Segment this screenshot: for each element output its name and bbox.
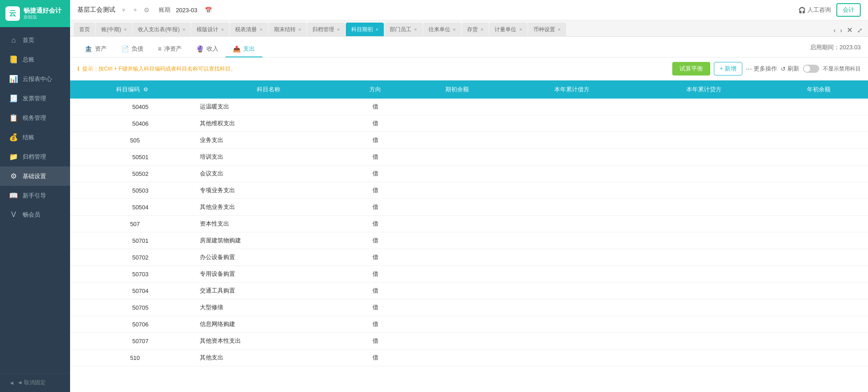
period-info-label: 启用期间：2023.03: [810, 44, 861, 51]
sub-tab-liability[interactable]: 📄 负债: [114, 41, 151, 57]
tab-close-6[interactable]: ×: [337, 27, 340, 32]
sub-tab-asset[interactable]: 🏦 资产: [77, 41, 114, 57]
add-tab-icon[interactable]: ＋: [132, 6, 138, 14]
tab-close-3[interactable]: ×: [221, 27, 224, 32]
table-row: 50706 信息网络购建 借: [70, 316, 868, 333]
calendar-icon[interactable]: 📅: [205, 7, 212, 14]
headset-icon: 🎧: [798, 7, 806, 14]
tab-close-5[interactable]: ×: [298, 27, 301, 32]
sub-tab-expense[interactable]: 📤 支出: [226, 41, 262, 57]
cell-ytd-credit-10: [638, 266, 770, 283]
cell-ytd-credit-12: [638, 299, 770, 316]
tab-close-2[interactable]: ×: [182, 27, 185, 32]
tab-1[interactable]: 账(中期)×: [96, 23, 132, 36]
tab-expand-btn[interactable]: ⤢: [855, 25, 864, 36]
tab-close-1[interactable]: ×: [124, 27, 127, 32]
service-button[interactable]: 🎧 人工咨询: [798, 6, 831, 14]
cell-ytd-debit-3: [506, 149, 638, 165]
tab-4[interactable]: 税表清册×: [230, 23, 268, 36]
col-settings-icon[interactable]: ⚙: [143, 86, 148, 93]
sidebar-item-settings[interactable]: ⚙ 基础设置: [0, 166, 70, 186]
tab-7[interactable]: 科目期初×: [346, 23, 384, 36]
cell-year-opening-13: [770, 316, 868, 333]
tab-0[interactable]: 首页: [74, 23, 95, 36]
tab-close-10[interactable]: ×: [481, 27, 483, 32]
cell-ytd-debit-14: [506, 333, 638, 349]
tab-close-9[interactable]: ×: [453, 27, 456, 32]
tab-bar: 首页账(中期)×收入支出表(年报)×模版设计×税表清册×期末结转×归档管理×科目…: [70, 20, 868, 37]
cell-name-2: 业务支出: [194, 132, 343, 149]
tab-11[interactable]: 计量单位×: [489, 23, 527, 36]
tab-12[interactable]: 币种设置×: [528, 23, 566, 36]
cell-code-8: 50701: [70, 232, 194, 249]
collapse-label: ◄ 取消固定: [17, 379, 46, 387]
tab-9[interactable]: 往来单位×: [423, 23, 461, 36]
cell-code-7: 507: [70, 216, 194, 232]
collapse-icon: ◄: [9, 380, 14, 386]
refresh-btn[interactable]: ↺ 刷新: [781, 65, 799, 73]
sidebar-item-ledger[interactable]: 📒 总账: [0, 50, 70, 69]
cell-name-4: 会议支出: [194, 165, 343, 182]
sidebar-item-home[interactable]: ⌂ 首页: [0, 31, 70, 50]
subjects-table: 科目编码 ⚙ 科目名称 方向 期初余额 本年累计借方 本年累计贷方 年初余额 5…: [70, 80, 868, 366]
cell-direction-0: 借: [343, 99, 408, 115]
tab-label-0: 首页: [79, 26, 90, 33]
cell-year-opening-8: [770, 232, 868, 249]
tab-close-all-btn[interactable]: ✕: [845, 24, 854, 36]
more-icon: ⋯: [746, 66, 752, 72]
sidebar-label-home: 首页: [23, 36, 34, 44]
tab-label-5: 期末结转: [274, 26, 296, 33]
sidebar-item-reports[interactable]: 📊 云报表中心: [0, 69, 70, 89]
settings-icon[interactable]: ⚙: [144, 6, 150, 14]
tab-3[interactable]: 模版设计×: [191, 23, 229, 36]
tab-2[interactable]: 收入支出表(年报)×: [132, 23, 190, 36]
more-btn[interactable]: ⋯ 更多操作: [746, 65, 777, 73]
tab-close-7[interactable]: ×: [376, 27, 378, 32]
tip-box: ℹ 提示：按Ctrl + F键并输入科目编码或者科目名称可以查找科目。: [77, 65, 236, 73]
cell-year-opening-11: [770, 283, 868, 299]
cell-opening-2: [408, 132, 506, 149]
cell-ytd-debit-11: [506, 283, 638, 299]
tab-close-8[interactable]: ×: [414, 27, 417, 32]
cell-direction-8: 借: [343, 232, 408, 249]
sidebar-collapse-btn[interactable]: ◄ ◄ 取消固定: [0, 373, 70, 392]
sidebar-item-member[interactable]: V 畅会员: [0, 205, 70, 224]
company-name: 基层工会测试: [77, 6, 115, 14]
calc-balance-btn[interactable]: 试算平衡: [672, 62, 710, 76]
tab-10[interactable]: 存货×: [462, 23, 489, 36]
account-button[interactable]: 会计: [836, 3, 861, 17]
sub-tab-equity[interactable]: ≡ 净资产: [151, 41, 189, 57]
income-subtab-icon: 🔮: [196, 45, 204, 52]
sidebar-label-invoice: 发票管理: [23, 94, 46, 103]
sidebar-item-tax[interactable]: 📋 税务管理: [0, 108, 70, 128]
tab-8[interactable]: 部门员工×: [384, 23, 422, 36]
table-row: 50503 专项业务支出 借: [70, 182, 868, 199]
cell-ytd-debit-13: [506, 316, 638, 333]
settings-icon: ⚙: [9, 172, 18, 180]
sidebar-item-guide[interactable]: 📖 新手引导: [0, 186, 70, 205]
cell-ytd-credit-5: [638, 182, 770, 199]
tab-close-4[interactable]: ×: [259, 27, 262, 32]
sidebar-item-invoice[interactable]: 🧾 发票管理: [0, 89, 70, 108]
cell-name-14: 其他资本性支出: [194, 333, 343, 349]
sidebar-label-archive: 归档管理: [23, 153, 46, 161]
tab-6[interactable]: 归档管理×: [307, 23, 345, 36]
col-year-opening: 年初余额: [770, 80, 868, 99]
sidebar-item-archive[interactable]: 📁 归档管理: [0, 147, 70, 166]
cell-ytd-debit-2: [506, 132, 638, 149]
tab-close-11[interactable]: ×: [519, 27, 522, 32]
disable-toggle[interactable]: [803, 65, 819, 73]
tab-label-4: 税表清册: [235, 26, 257, 33]
tab-next-btn[interactable]: ›: [838, 25, 844, 36]
cell-year-opening-14: [770, 333, 868, 349]
cell-opening-15: [408, 349, 506, 366]
tab-5[interactable]: 期末结转×: [269, 23, 307, 36]
tab-prev-btn[interactable]: ‹: [832, 25, 838, 36]
sidebar-item-settlement[interactable]: 💰 结账: [0, 128, 70, 147]
asset-subtab-icon: 🏦: [85, 45, 92, 52]
tab-close-12[interactable]: ×: [558, 27, 561, 32]
new-btn[interactable]: + 新增: [714, 62, 742, 76]
sub-tab-label-liability: 负债: [132, 45, 143, 53]
sub-tab-income[interactable]: 🔮 收入: [189, 41, 226, 57]
cell-ytd-credit-15: [638, 349, 770, 366]
